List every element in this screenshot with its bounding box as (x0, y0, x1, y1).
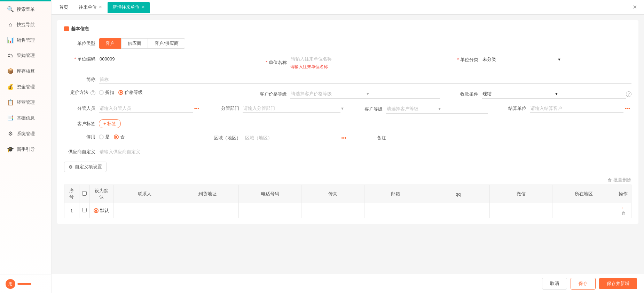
address-input[interactable] (179, 208, 236, 213)
contact-input[interactable] (116, 208, 173, 213)
row-qq-input[interactable] (427, 203, 489, 218)
sidebar-item-sales[interactable]: 📊 销售管理 (0, 32, 51, 48)
col-no: 序号 (64, 185, 79, 203)
field-remark: 备注 (355, 134, 631, 142)
region-dots-btn[interactable]: ••• (340, 135, 348, 141)
row-select-checkbox[interactable] (82, 208, 87, 212)
select-all-checkbox[interactable] (82, 191, 87, 196)
row-address-input[interactable] (176, 203, 239, 218)
pricing-help-icon[interactable]: ? (91, 90, 95, 95)
row-fax-input[interactable] (301, 203, 364, 218)
settlement-input[interactable] (530, 104, 624, 113)
field-supplier-custom: 供应商自定义 (64, 148, 631, 156)
default-radio[interactable] (94, 208, 99, 213)
remark-input[interactable] (390, 134, 631, 142)
add-tag-button[interactable]: + 标签 (99, 119, 121, 128)
wechat-input[interactable] (493, 208, 549, 213)
unit-name-wrapper: 请输入往来单位名称 (290, 55, 440, 70)
phone-input[interactable] (242, 208, 298, 213)
disabled-radio-no[interactable]: 否 (114, 134, 125, 140)
form-card: 基本信息 单位类型 客户 供应商 客户/供应商 单位编码 单位名称 (57, 20, 638, 224)
save-button[interactable]: 保存 (571, 278, 596, 290)
row-region-input[interactable] (555, 208, 612, 213)
manager-input[interactable] (99, 104, 193, 113)
batch-delete-area: 🗑 批量删除 (64, 177, 631, 183)
sidebar-item-finance[interactable]: 💰 资金管理 (0, 79, 51, 95)
qq-input[interactable] (430, 208, 487, 213)
unit-type-supplier[interactable]: 供应商 (121, 38, 148, 49)
pricing-radio-group: 折扣 价格等级 (99, 89, 143, 96)
field-settlement: 结算单位 ••• (495, 104, 632, 113)
field-tag: 客户标签 + 标签 (64, 119, 631, 128)
unit-type-both[interactable]: 客户/供应商 (148, 38, 185, 49)
form-content: 基本信息 单位类型 客户 供应商 客户/供应商 单位编码 单位名称 (52, 15, 644, 274)
tab-contacts[interactable]: 往来单位 ✕ (74, 2, 107, 13)
sidebar-item-search[interactable]: 🔍 搜索菜单 (0, 1, 51, 17)
close-window-button[interactable]: ✕ (628, 4, 641, 10)
sidebar-item-newguide[interactable]: 🎓 新手引导 (0, 141, 51, 157)
row-phone-input[interactable] (239, 203, 301, 218)
row-region-input[interactable] (552, 203, 615, 218)
table-body: 1 默认 (64, 203, 631, 218)
tab-new-contact[interactable]: 新增往来单位 ✕ (108, 2, 150, 13)
disabled-radio-yes[interactable]: 是 (99, 134, 110, 140)
sidebar-item-inventory[interactable]: 📦 库存核算 (0, 63, 51, 79)
col-checkbox[interactable] (79, 185, 89, 203)
row-contact-input[interactable] (113, 203, 176, 218)
region-input[interactable] (244, 134, 340, 142)
settlement-dots-btn[interactable]: ••• (623, 106, 631, 111)
abbr-label: 简称 (64, 76, 99, 83)
pricing-radio-discount[interactable]: 折扣 (99, 89, 114, 96)
shopping-icon: 🛍 (7, 52, 14, 59)
user-avatar: 用 (6, 279, 15, 289)
customer-level-select[interactable]: 请选择客户等级 ▼ (386, 104, 488, 114)
dept-input[interactable] (243, 104, 341, 113)
sidebar-item-quicknav[interactable]: ⌂ 快捷导航 (0, 17, 51, 32)
home-icon: ⌂ (7, 22, 14, 28)
customer-price-select[interactable]: 请选择客户价格等级 ▼ (290, 89, 440, 99)
close-new-contact-tab[interactable]: ✕ (142, 5, 145, 9)
col-contact: 联系人 (113, 185, 176, 203)
payment-help-icon[interactable]: ? (626, 91, 631, 97)
add-row-btn[interactable]: + (621, 205, 623, 211)
row-manager: 分管人员 ••• 分管部门 ▼ 客户等级 请选择客户等级 ▼ (64, 104, 631, 114)
row-wechat-input[interactable] (489, 203, 552, 218)
tab-home[interactable]: 首页 (54, 2, 73, 13)
sidebar-item-management[interactable]: 📋 经营管理 (0, 95, 51, 110)
batch-delete-button[interactable]: 🗑 批量删除 (607, 177, 631, 183)
unit-name-input[interactable] (290, 55, 440, 63)
unit-category-select[interactable]: 未分类 ▼ (482, 55, 631, 64)
cancel-button[interactable]: 取消 (542, 278, 567, 290)
row-email-input[interactable] (364, 203, 427, 218)
main-area: 首页 往来单位 ✕ 新增往来单位 ✕ ✕ 基本信息 单位类型 客户 供应商 客户… (52, 0, 644, 293)
payment-select[interactable]: 现结 ▼ (482, 89, 626, 99)
sidebar-item-system[interactable]: ⚙ 系统管理 (0, 126, 51, 141)
abbr-input[interactable] (99, 75, 631, 84)
supplier-custom-input[interactable] (99, 148, 631, 156)
sidebar-item-basicinfo[interactable]: 📑 基础信息 (0, 110, 51, 126)
del-row-btn[interactable]: 🗑 (621, 211, 626, 216)
sidebar-item-purchase[interactable]: 🛍 采购管理 (0, 48, 51, 63)
dept-chevron-icon: ▼ (340, 106, 344, 111)
row-abbr: 简称 (64, 75, 631, 84)
unit-type-customer[interactable]: 客户 (99, 38, 121, 49)
save-new-button[interactable]: 保存并新增 (599, 278, 637, 289)
email-input[interactable] (367, 208, 424, 213)
col-address: 到货地址 (176, 185, 239, 203)
remark-label: 备注 (355, 135, 390, 141)
row-code-name-category: 单位编码 单位名称 请输入往来单位名称 单位分类 未分类 ▼ (64, 55, 631, 70)
custom-settings-button[interactable]: ⚙ 自定义项设置 (64, 162, 107, 172)
unit-code-input[interactable] (99, 55, 249, 63)
field-unit-category: 单位分类 未分类 ▼ (447, 55, 631, 64)
fax-input[interactable] (304, 208, 361, 213)
doc-icon: 📑 (7, 115, 14, 121)
manager-dots-btn[interactable]: ••• (193, 106, 201, 111)
pricing-radio-level[interactable]: 价格等级 (118, 89, 143, 96)
row-checkbox[interactable] (79, 203, 89, 218)
field-customer-level: 客户等级 请选择客户等级 ▼ (351, 104, 488, 114)
close-contacts-tab[interactable]: ✕ (99, 5, 102, 9)
row-default[interactable]: 默认 (89, 203, 113, 218)
section-title: 基本信息 (64, 26, 631, 32)
row-pricing: 定价方法 ? 折扣 价格等级 (64, 89, 631, 99)
field-dept: 分管部门 ▼ (208, 104, 345, 113)
